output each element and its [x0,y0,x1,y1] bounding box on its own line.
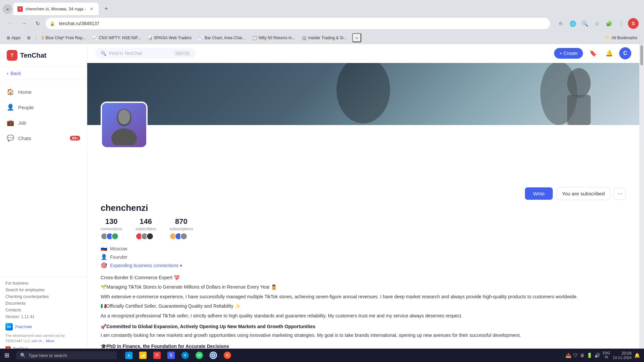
sidebar-navigation: 🏠 Home 👤 People 💼 Job 💬 Chats 99+ [0,80,87,277]
extensions-button[interactable]: 🧩 [604,18,614,29]
more-options-button[interactable]: ··· [614,188,626,200]
profile-name: chenchenzi [101,203,626,213]
translate-button[interactable]: 🌐 [568,18,578,29]
stat-connections[interactable]: 130 connections [101,217,122,240]
taskbar-app-folder[interactable]: 📁 [136,349,150,362]
notifications-button[interactable]: 🔔 [603,47,615,59]
taskbar-right: 📤 🛡 🖥 🔋 🔊 ENG IN 20:04 13-11-2024 🔔 [566,351,644,360]
taskbar-app-blue[interactable]: B [164,349,178,362]
address-input[interactable] [46,18,550,29]
footer-for-business[interactable]: For business [5,281,82,286]
footer-contacts[interactable]: Contacts [5,308,82,312]
connections-label: connections [101,227,122,231]
bookmark-apps-grid[interactable]: ⊞ [24,34,33,42]
edge-icon: e [125,352,132,359]
target-icon: 🎯 [101,262,107,268]
badge-sk-icon: SK [7,325,11,328]
active-tab[interactable]: T chenchen zi, Москва, 34 года - ✕ [13,3,99,15]
subscribed-button[interactable]: You are subscribed [556,187,610,200]
reload-button[interactable]: ↻ [32,18,43,29]
goal-link[interactable]: Expanding business connections ▾ [110,263,182,268]
footer-more-link[interactable]: More [46,339,54,343]
tab-history-back[interactable]: ◂ [3,4,12,14]
language-text: ENG [603,351,610,355]
bookmark-apps[interactable]: ⊞ Apps [4,34,23,42]
start-button[interactable]: ⊞ [0,349,13,362]
sidebar-item-people[interactable]: 👤 People [0,100,87,115]
write-button[interactable]: Write [525,187,553,200]
sidebar-item-chats[interactable]: 💬 Chats 99+ [0,130,87,146]
taskbar-clock[interactable]: 20:04 13-11-2024 [613,351,632,360]
location-row: 🇷🇺 Moscow [101,245,626,252]
bookmark-nifty[interactable]: 📋 Nifty 50 Returns In... [250,34,298,42]
open-tab-button[interactable]: ⎋ [555,18,566,29]
bookmark-star-button[interactable]: ☆ [592,18,602,29]
bio-line-1: 🌱Managing TikTok Stores to Generate Mill… [101,283,626,291]
footer-checking-counterparties[interactable]: Checking counterparties [5,294,82,299]
language-indicator: ENG IN [603,351,610,359]
taskbar-app-red[interactable]: R [150,349,164,362]
new-tab-button[interactable]: + [101,4,111,14]
search-button[interactable]: 🔍 [580,18,590,29]
taskbar-app-brave[interactable]: B [221,349,234,362]
bookmark-barchart[interactable]: 📉 Bar Chart, Area Char... [196,34,248,42]
svg-point-8 [212,354,214,356]
scrollbar-thumb[interactable] [640,45,643,65]
sidebar-item-home[interactable]: 🏠 Home [0,84,87,100]
goal-row[interactable]: 🎯 Expanding business connections ▾ [101,262,626,268]
subscriptions-label: subscriptions [169,227,193,231]
taskbar-app-whatsapp[interactable]: W [193,349,206,362]
badge-label: Участник [15,324,32,329]
bookmark-button[interactable]: 🔖 [587,47,599,59]
tab-favicon: T [17,6,23,12]
battery-icon[interactable]: 🔋 [587,353,592,358]
time-display: 20:04 [613,351,632,356]
forward-button[interactable]: → [19,18,30,29]
connections-avatars [101,233,122,240]
taskbar-app-edge[interactable]: e [122,349,136,362]
location-text: Moscow [110,246,127,251]
back-icon: ‹ [7,70,8,76]
user-avatar[interactable]: C [619,47,631,59]
tab-close-button[interactable]: ✕ [89,6,95,12]
tenchat-header: 🔍 Find in TenChat Ctrl + K + Create 🔖 🔔 … [87,44,639,63]
bookmarks-more-button[interactable]: » [352,33,361,42]
sidebar-logo[interactable]: T TenChat [0,44,87,67]
profile-bio: Cross-Border E-Commerce Expert 💝 🌱Managi… [101,274,626,361]
footer-documents[interactable]: Documents [5,301,82,306]
search-bar[interactable]: 🔍 Find in TenChat Ctrl + K [95,48,196,59]
search-placeholder-text: Find in TenChat [109,51,142,56]
profile-cover-photo [87,63,639,125]
subscribers-avatars [136,233,156,240]
whatsapp-icon: W [196,352,203,359]
notification-icon[interactable]: 🔔 [634,353,640,358]
chats-icon: 💬 [7,134,14,142]
right-scrollbar[interactable] [639,44,644,361]
stat-subscriptions[interactable]: 870 subscriptions [169,217,193,240]
browser-menu-button[interactable]: ⋮ [616,18,627,29]
display-icon[interactable]: 🖥 [580,353,585,358]
send-icon[interactable]: 📤 [566,353,571,358]
taskbar-app-telegram[interactable]: ✈ [178,349,192,362]
taskbar-search[interactable]: 🔍 Type here to search [16,351,117,359]
bookmark-insider[interactable]: 🏢 Insider Trading & Si... [299,34,350,42]
volume-icon[interactable]: 🔊 [594,353,600,358]
footer-search-employees[interactable]: Search for employees [5,288,82,292]
flag-icon: 🇷🇺 [101,245,107,252]
taskbar-app-chrome[interactable] [207,349,220,362]
cover-silhouette [539,63,606,125]
stat-subscribers[interactable]: 146 subscribers [136,217,156,240]
shield-icon[interactable]: 🛡 [573,353,578,358]
bookmark-cnx[interactable]: 📈 CNX NIFTY: NSE:NIF... [90,34,144,42]
all-bookmarks-link[interactable]: 📁 All Bookmarks [602,34,640,42]
bookmark-sigma[interactable]: Σ Blue Chip* Free Rep... [39,34,88,42]
profile-button[interactable]: S [628,18,639,29]
bookmark-5paisa[interactable]: 📊 5PAISA Web Traders [145,34,194,42]
back-button[interactable]: ← [5,18,16,29]
job-icon: 💼 [7,119,14,126]
home-icon: 🏠 [7,88,14,96]
back-button[interactable]: ‹ Back [0,67,87,80]
subscriber-avatar-3 [146,233,154,240]
sidebar-item-job[interactable]: 💼 Job [0,115,87,130]
create-button[interactable]: + Create [554,48,583,59]
